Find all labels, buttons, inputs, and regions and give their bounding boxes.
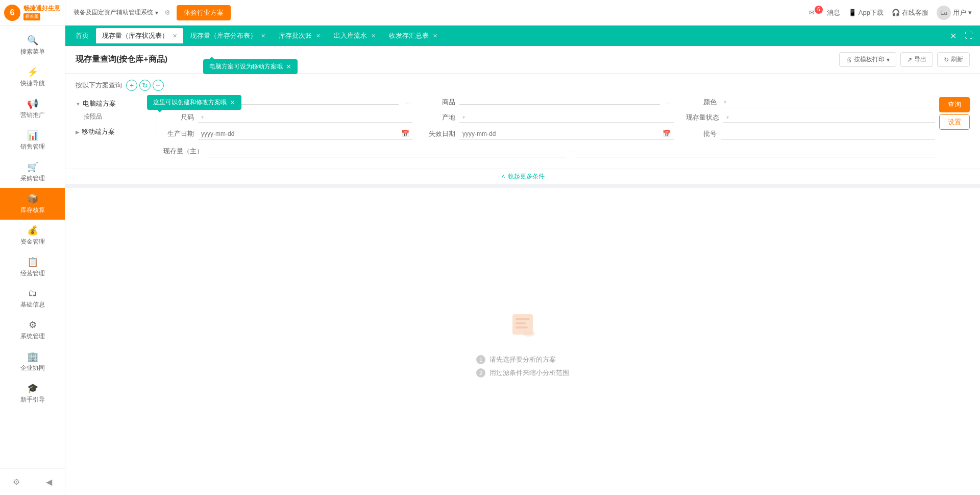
reset-button[interactable]: 设置: [939, 114, 970, 130]
messages-button[interactable]: ✉ 6 消息: [809, 8, 840, 17]
sidebar-item-enterprise[interactable]: 🏢 企业协同: [0, 346, 65, 378]
scheme-group-mobile: ▶ 移动端方案: [76, 125, 151, 138]
scheme-group-desktop-header[interactable]: ▼ 电脑端方案: [76, 97, 151, 110]
sidebar-item-label-basic: 基础信息: [20, 300, 45, 309]
print-dropdown-icon: ▾: [887, 56, 890, 63]
tab-in-out[interactable]: 出入库流水 ✕: [328, 28, 382, 43]
batch-input[interactable]: [721, 128, 935, 140]
produce-date-label: 生产日期: [163, 129, 194, 138]
tab-in-out-close[interactable]: ✕: [371, 33, 376, 39]
sidebar-item-operations[interactable]: 📋 经营管理: [0, 251, 65, 283]
tab-batch-account[interactable]: 库存批次账 ✕: [273, 28, 327, 43]
expire-date-calendar-icon[interactable]: 📅: [663, 130, 671, 137]
filter-row-1: 仓库 ··· 商品 ··· 颜色 ▾: [163, 97, 935, 107]
collapse-sidebar-button[interactable]: ◀: [44, 475, 54, 489]
guide-icon: 🎓: [27, 383, 38, 394]
app-download-button[interactable]: 📱 App下载: [848, 8, 884, 17]
filter-size: 尺码 ▾: [163, 112, 412, 123]
scheme-group-mobile-header[interactable]: ▶ 移动端方案: [76, 125, 151, 138]
add-scheme-button[interactable]: +: [126, 80, 137, 91]
svg-rect-2: [516, 322, 526, 324]
filter-label: 按以下方案查询: [76, 81, 122, 90]
svg-rect-3: [516, 326, 528, 328]
tab-in-out-label: 出入库流水: [334, 31, 367, 40]
sidebar-item-search[interactable]: 🔍 搜索菜单: [0, 30, 65, 61]
goods-select[interactable]: [459, 100, 660, 105]
warehouse-dots[interactable]: ···: [403, 99, 412, 106]
tab-close-all-icon[interactable]: ✕: [947, 30, 960, 42]
range-separator: —: [568, 148, 575, 155]
user-menu[interactable]: Ea 用户 ▾: [937, 6, 972, 20]
message-icon: ✉: [809, 9, 815, 16]
color-select[interactable]: ▾: [721, 97, 935, 107]
sidebar-item-finance[interactable]: 💰 资金管理: [0, 220, 65, 251]
refresh-label: 刷新: [951, 55, 963, 64]
tab-receive-summary-close[interactable]: ✕: [433, 33, 437, 39]
stock-qty-from[interactable]: [207, 145, 566, 157]
produce-date-input[interactable]: 📅: [198, 128, 412, 140]
tab-receive-summary-label: 收发存汇总表: [389, 31, 429, 40]
sidebar-item-basic[interactable]: 🗂 基础信息: [0, 283, 65, 314]
back-button[interactable]: ←: [153, 80, 164, 91]
expire-date-field[interactable]: [462, 130, 660, 137]
sidebar-item-label-enterprise: 企业协同: [20, 364, 45, 372]
stock-status-label: 现存量状态: [686, 113, 719, 122]
tooltip1-close[interactable]: ✕: [286, 63, 291, 70]
print-icon: 🖨: [846, 56, 852, 63]
origin-label: 产地: [425, 113, 455, 122]
export-label: 导出: [914, 55, 926, 64]
tab-home-label: 首页: [76, 31, 89, 40]
filter-color: 颜色 ▾: [686, 97, 935, 107]
tooltip2-close[interactable]: ✕: [230, 99, 235, 106]
support-button[interactable]: 🎧 在线客服: [892, 8, 928, 17]
tooltip1-text: 电脑方案可设为移动方案哦: [209, 62, 283, 71]
settings-icon[interactable]: ⚙: [11, 475, 22, 489]
sidebar-item-purchase[interactable]: 🛒 采购管理: [0, 156, 65, 188]
refresh-button[interactable]: ↻ 刷新: [937, 52, 970, 67]
empty-state: 1 请先选择要分析的方案 2 用过滤条件来缩小分析范围: [476, 304, 569, 380]
sidebar-item-quicknav[interactable]: ⚡ 快捷导航: [0, 61, 65, 93]
size-select[interactable]: ▾: [198, 112, 412, 123]
system-name-dropdown[interactable]: 装备及固定资产辅助管理系统 ▾: [74, 8, 158, 17]
tooltip-create-scheme: 这里可以创建和修改方案哦 ✕: [147, 95, 241, 110]
scheme-item-by-product[interactable]: 按照品: [76, 110, 151, 123]
sidebar-item-sales[interactable]: 📊 销售管理: [0, 125, 65, 156]
sidebar-item-guide[interactable]: 🎓 新手引导: [0, 378, 65, 409]
goods-dots[interactable]: ···: [664, 99, 674, 106]
settings-gear-icon[interactable]: ⚙: [164, 9, 170, 16]
tab-receive-summary[interactable]: 收发存汇总表 ✕: [383, 28, 444, 43]
stock-status-select[interactable]: ▾: [723, 112, 935, 123]
tab-inventory-status[interactable]: 现存量（库存状况表） ✕: [96, 28, 183, 43]
produce-date-field[interactable]: [201, 130, 399, 137]
stock-qty-to[interactable]: [577, 145, 936, 157]
tab-inventory-dist-label: 现存量（库存分布表）: [190, 31, 257, 40]
origin-select[interactable]: ▾: [459, 112, 674, 123]
collapse-filter-button[interactable]: ∧ 收起更多条件: [65, 169, 980, 184]
page-actions: 🖨 按模板打印 ▾ ↗ 导出 ↻ 刷新: [839, 52, 970, 67]
tab-batch-account-close[interactable]: ✕: [316, 33, 321, 39]
filter-produce-date: 生产日期 📅: [163, 128, 412, 140]
tab-fullscreen-icon[interactable]: ⛶: [962, 30, 976, 42]
sidebar-item-marketing[interactable]: 📢 营销推广: [0, 93, 65, 125]
sidebar-item-label-finance: 资金管理: [20, 238, 45, 246]
goods-label: 商品: [425, 98, 455, 107]
tab-inventory-status-close[interactable]: ✕: [173, 33, 177, 39]
query-button[interactable]: 查询: [939, 97, 970, 112]
tab-home[interactable]: 首页: [69, 28, 95, 43]
refresh-scheme-button[interactable]: ↻: [139, 80, 151, 91]
sidebar-item-system[interactable]: ⚙ 系统管理: [0, 314, 65, 346]
filter-goods: 商品 ···: [425, 98, 674, 107]
tab-inventory-dist[interactable]: 现存量（库存分布表） ✕: [184, 28, 272, 43]
print-template-button[interactable]: 🖨 按模板打印 ▾: [839, 52, 896, 67]
app-label: App下载: [859, 8, 884, 17]
stock-qty-label: 现存量（主）: [163, 147, 203, 156]
filter-row-3: 生产日期 📅 失效日期 📅: [163, 128, 935, 140]
sidebar-item-inventory[interactable]: 📦 库存核算: [0, 188, 65, 220]
export-button[interactable]: ↗ 导出: [900, 52, 933, 67]
produce-date-calendar-icon[interactable]: 📅: [401, 130, 409, 137]
finance-icon: 💰: [27, 225, 38, 236]
tab-inventory-dist-close[interactable]: ✕: [261, 33, 265, 39]
sidebar: 6 畅捷通好生意 标准版 🔍 搜索菜单 ⚡ 快捷导航 📢 营销推广 📊 销售管理…: [0, 0, 65, 495]
trial-button[interactable]: 体验行业方案: [177, 5, 231, 20]
expire-date-input[interactable]: 📅: [459, 128, 674, 140]
